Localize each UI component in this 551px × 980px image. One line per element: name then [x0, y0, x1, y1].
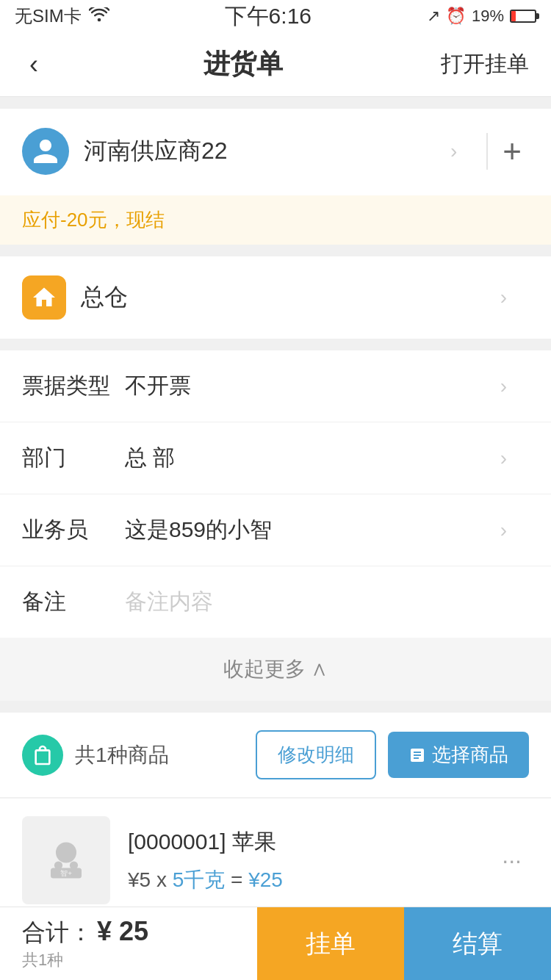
product-thumbnail: 智+: [22, 816, 110, 904]
supplier-name: 河南供应商22: [84, 135, 450, 167]
supplier-notice: 应付-20元，现结: [0, 195, 551, 245]
total-section: 合计： ¥ 25 共1种: [0, 916, 257, 971]
multiply-sign: x: [156, 868, 173, 891]
product-default-icon: 智+: [40, 835, 92, 886]
department-row[interactable]: 部门 总 部 ›: [0, 422, 551, 494]
department-chevron-icon: ›: [500, 447, 507, 470]
warehouse-icon: [22, 275, 66, 320]
product-price: ¥5 x 5千克 = ¥25: [128, 866, 494, 894]
product-more-button[interactable]: ···: [494, 840, 529, 882]
product-info: [0000001] 苹果 ¥5 x 5千克 = ¥25: [128, 827, 494, 894]
item-total: ¥25: [248, 868, 283, 891]
status-right: ↗ ⏰ 19%: [427, 7, 536, 26]
department-value: 总 部: [125, 443, 500, 473]
svg-point-0: [56, 843, 76, 863]
invoice-type-row[interactable]: 票据类型 不开票 ›: [0, 350, 551, 422]
edit-details-button[interactable]: 修改明细: [256, 730, 376, 779]
open-pending-button[interactable]: 打开挂单: [441, 49, 529, 79]
remark-placeholder: 备注内容: [125, 587, 529, 617]
remark-row[interactable]: 备注 备注内容: [0, 566, 551, 638]
total-sub: 共1种: [22, 949, 235, 971]
total-label: 合计：: [22, 917, 93, 949]
battery-icon: [510, 10, 536, 23]
select-products-icon: [408, 746, 426, 764]
collapse-label: 收起更多 ∧: [223, 657, 328, 680]
products-icon: [22, 735, 63, 776]
collapse-row[interactable]: 收起更多 ∧: [0, 638, 551, 701]
alarm-icon: ⏰: [446, 7, 466, 26]
page-title: 进货单: [204, 46, 283, 82]
salesperson-value: 这是859的小智: [125, 515, 500, 545]
warehouse-name: 总仓: [81, 281, 500, 314]
back-button[interactable]: ‹: [22, 42, 46, 87]
products-header: 共1种商品 修改明细 选择商品: [0, 713, 551, 797]
department-label: 部门: [22, 443, 125, 473]
supplier-section: 河南供应商22 › + 应付-20元，现结: [0, 109, 551, 245]
home-icon: [31, 284, 57, 311]
product-name: [0000001] 苹果: [128, 827, 494, 857]
remark-label: 备注: [22, 587, 125, 617]
supplier-chevron-icon: ›: [450, 140, 457, 163]
salesperson-label: 业务员: [22, 515, 125, 545]
status-left: 无SIM卡: [15, 4, 109, 28]
form-section: 票据类型 不开票 › 部门 总 部 › 业务员 这是859的小智 › 备注 备注…: [0, 350, 551, 638]
warehouse-section[interactable]: 总仓 ›: [0, 256, 551, 339]
nav-bar: ‹ 进货单 打开挂单: [0, 32, 551, 97]
shopping-bag-icon: [31, 743, 54, 767]
unit-price: ¥5: [128, 868, 151, 891]
location-icon: ↗: [427, 7, 440, 26]
bottom-bar: 合计： ¥ 25 共1种 挂单 结算: [0, 907, 551, 980]
warehouse-chevron-icon: ›: [500, 286, 507, 309]
pending-button[interactable]: 挂单: [257, 907, 404, 981]
invoice-chevron-icon: ›: [500, 375, 507, 398]
battery-percent: 19%: [472, 7, 504, 26]
product-item: 智+ [0000001] 苹果 ¥5 x 5千克 = ¥25 ···: [0, 799, 551, 922]
salesperson-chevron-icon: ›: [500, 519, 507, 542]
equals-sign: =: [231, 868, 248, 891]
wifi-icon: [89, 6, 109, 26]
status-time: 下午6:16: [225, 1, 311, 32]
salesperson-row[interactable]: 业务员 这是859的小智 ›: [0, 494, 551, 566]
supplier-divider: [486, 133, 488, 170]
quantity: 5千克: [173, 868, 226, 891]
carrier-text: 无SIM卡: [15, 4, 82, 28]
checkout-button[interactable]: 结算: [404, 907, 551, 981]
invoice-type-value: 不开票: [125, 371, 500, 401]
product-title: 苹果: [232, 829, 276, 854]
total-amount: ¥ 25: [97, 916, 148, 947]
product-code: [0000001]: [128, 829, 226, 854]
supplier-row[interactable]: 河南供应商22 › +: [0, 109, 551, 194]
user-icon: [31, 137, 60, 166]
invoice-type-label: 票据类型: [22, 371, 125, 401]
select-products-label: 选择商品: [432, 742, 508, 768]
svg-text:智+: 智+: [60, 869, 72, 877]
status-bar: 无SIM卡 下午6:16 ↗ ⏰ 19%: [0, 0, 551, 32]
supplier-avatar: [22, 128, 69, 175]
total-main: 合计： ¥ 25: [22, 916, 235, 949]
add-supplier-button[interactable]: +: [495, 133, 529, 170]
products-count: 共1种商品: [75, 741, 256, 769]
select-products-button[interactable]: 选择商品: [388, 732, 529, 778]
